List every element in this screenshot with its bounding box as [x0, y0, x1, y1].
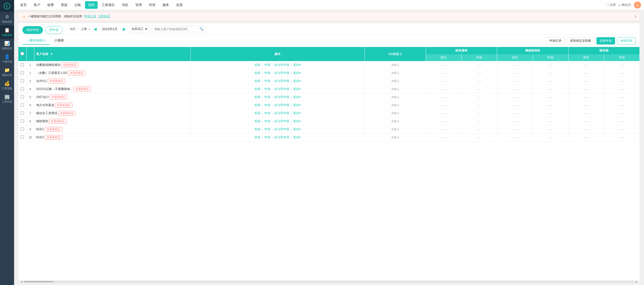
- nav-home[interactable]: 首页: [17, 1, 30, 9]
- op-declare-2[interactable]: 申报: [264, 79, 270, 83]
- scroll-left-arrow[interactable]: ◀: [19, 280, 23, 283]
- op-taxform-3[interactable]: 税表: [255, 87, 261, 91]
- tab-zero-declaration[interactable]: 零申报: [45, 26, 63, 34]
- row-checkbox-1[interactable]: [21, 71, 24, 74]
- row-ops-7: 税表 | 申报 | 设为零申报 | 更多▾: [190, 117, 365, 125]
- nav-invoice[interactable]: 票据: [58, 1, 70, 9]
- horizontal-scrollbar[interactable]: ◀ ▶: [18, 280, 640, 283]
- declare-signature-link[interactable]: 申报汇签: [84, 14, 96, 19]
- row-checkbox-9[interactable]: [21, 135, 24, 139]
- op-declare-1[interactable]: 申报: [264, 71, 270, 75]
- subtab-general-taxpayer[interactable]: 一般的纳税人: [22, 37, 50, 45]
- nav-billing[interactable]: 收费: [44, 1, 57, 9]
- op-more-6[interactable]: 更多▾: [293, 111, 301, 115]
- op-zero-3[interactable]: 设为零申报: [274, 87, 289, 91]
- next-month-button[interactable]: ▶: [121, 26, 127, 32]
- nav-tax[interactable]: 报税: [85, 1, 98, 9]
- row-checkbox-0[interactable]: [21, 63, 24, 66]
- op-zero-4[interactable]: 设为零申报: [274, 95, 289, 99]
- sidebar-item-tax-settings[interactable]: ⚙ 报税设置: [0, 12, 14, 25]
- row-checkbox-8[interactable]: [21, 127, 24, 131]
- op-declare-0[interactable]: 申报: [264, 63, 270, 67]
- op-zero-7[interactable]: 设为零申报: [274, 119, 289, 123]
- scroll-right-arrow[interactable]: ▶: [635, 280, 639, 283]
- op-more-9[interactable]: 更多▾: [293, 135, 301, 139]
- op-declare-5[interactable]: 申报: [264, 103, 270, 107]
- op-declare-7[interactable]: 申报: [264, 119, 270, 123]
- op-taxform-1[interactable]: 税表: [255, 71, 261, 75]
- row-checkbox-7[interactable]: [21, 119, 24, 123]
- declare-record-button[interactable]: 申报记录: [546, 37, 565, 44]
- op-zero-1[interactable]: 设为零申报: [274, 71, 289, 75]
- op-declare-9[interactable]: 申报: [264, 135, 270, 139]
- table-row: 5 2007会计 未更新税定 税表 | 申报 | 设为零申报 | 更多▾ 未插入…: [18, 93, 640, 101]
- sidebar-item-batch-tax[interactable]: 📋 批量报税: [0, 25, 14, 39]
- batch-declare-button[interactable]: 批量申报: [596, 37, 615, 44]
- select-all-checkbox[interactable]: [21, 52, 24, 55]
- row-checkbox-4[interactable]: [21, 95, 24, 99]
- op-declare-3[interactable]: 申报: [264, 87, 270, 91]
- search-input[interactable]: [152, 26, 197, 32]
- op-more-4[interactable]: 更多▾: [293, 95, 301, 99]
- sort-icon[interactable]: ▼: [50, 52, 53, 56]
- banner-close-button[interactable]: ×: [634, 14, 637, 19]
- op-zero-0[interactable]: 设为零申报: [274, 63, 289, 67]
- op-taxform-8[interactable]: 税表: [255, 127, 261, 131]
- info-icon[interactable]: ℹ: [89, 27, 90, 31]
- op-more-3[interactable]: 更多▾: [293, 87, 301, 91]
- op-more-1[interactable]: 更多▾: [293, 71, 301, 75]
- op-taxform-0[interactable]: 税表: [255, 63, 261, 67]
- prev-month-button[interactable]: ◀: [92, 26, 98, 32]
- op-declare-6[interactable]: 申报: [264, 111, 270, 115]
- op-more-7[interactable]: 更多▾: [293, 119, 301, 123]
- op-taxform-2[interactable]: 税表: [255, 79, 261, 83]
- op-zero-2[interactable]: 设为零申报: [274, 79, 289, 83]
- collect-return-button[interactable]: 收取回执: [617, 37, 636, 44]
- row-fin-fill-0: ——: [426, 61, 462, 69]
- sidebar-item-settlement[interactable]: 💰 汇算清缴: [0, 79, 14, 92]
- staff-filter-select[interactable]: 全部员工 ▼: [129, 26, 150, 32]
- op-zero-8[interactable]: 设为零申报: [274, 127, 289, 131]
- nav-message[interactable]: 消息: [119, 1, 131, 9]
- nav-client[interactable]: 客户: [31, 1, 43, 9]
- op-more-2[interactable]: 更多▾: [293, 79, 301, 83]
- op-more-0[interactable]: 更多▾: [293, 63, 301, 67]
- op-declare-4[interactable]: 申报: [264, 95, 270, 99]
- nav-manage[interactable]: 管理: [132, 1, 145, 9]
- op-taxform-6[interactable]: 税表: [255, 111, 261, 115]
- op-more-5[interactable]: 更多▾: [293, 103, 301, 107]
- nav-business[interactable]: 工商项目: [99, 1, 118, 9]
- row-checkbox-3[interactable]: [21, 87, 24, 90]
- op-zero-6[interactable]: 设为零申报: [274, 111, 289, 115]
- sidebar-item-personal-tax[interactable]: 👤 个税申报: [0, 52, 14, 65]
- row-checkbox-2[interactable]: [21, 79, 24, 82]
- avatar[interactable]: 人: [634, 2, 641, 9]
- tab-tax-declaration[interactable]: 税款申报: [22, 26, 43, 34]
- op-zero-9[interactable]: 设为零申报: [274, 135, 289, 139]
- fullscreen-btn[interactable]: ⛶ 全屏: [606, 3, 616, 7]
- op-taxform-4[interactable]: 税表: [255, 95, 261, 99]
- sidebar-item-tax-record[interactable]: 📁 报税记录: [0, 65, 14, 79]
- op-taxform-5[interactable]: 税表: [255, 103, 261, 107]
- row-checkbox-5[interactable]: [21, 103, 24, 107]
- search-button[interactable]: 🔍: [197, 26, 206, 32]
- op-declare-8[interactable]: 申报: [264, 127, 270, 131]
- op-more-8[interactable]: 更多▾: [293, 127, 301, 131]
- th-fin-fill: 填写: [426, 54, 462, 61]
- update-deduct-button[interactable]: 更新税定及取数: [567, 37, 594, 44]
- vip-btn[interactable]: ▷ 畅会员: [619, 3, 631, 7]
- row-checkbox-6[interactable]: [21, 111, 24, 115]
- sidebar-item-tax-overview[interactable]: 📊 报税总览: [0, 39, 14, 52]
- nav-accounting[interactable]: 记账: [71, 1, 84, 9]
- nav-operation[interactable]: 经营: [146, 1, 158, 9]
- nav-service[interactable]: 服务: [159, 1, 172, 9]
- nav-settings[interactable]: 设置: [173, 1, 186, 9]
- row-fin-fill-2: ——: [426, 77, 462, 85]
- op-taxform-9[interactable]: 税表: [255, 135, 261, 139]
- op-zero-5[interactable]: 设为零申报: [274, 103, 289, 107]
- sidebar-item-business-report[interactable]: 🏢 工商年报: [0, 92, 14, 105]
- buy-now-link[interactable]: 立即购买: [98, 14, 110, 19]
- row-ops-8: 税表 | 申报 | 设为零申报 | 更多▾: [190, 125, 365, 133]
- subtab-small-scale[interactable]: 小规模: [50, 37, 68, 45]
- op-taxform-7[interactable]: 税表: [255, 119, 261, 123]
